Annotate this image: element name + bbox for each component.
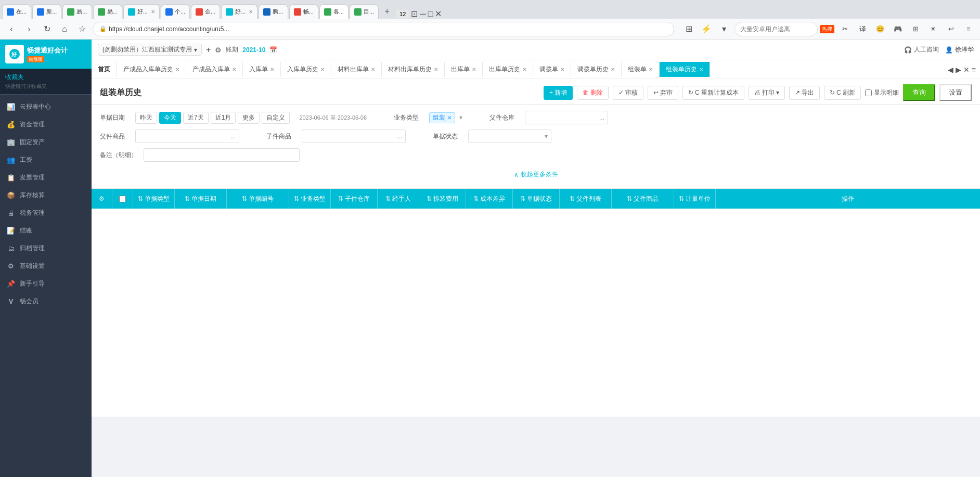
th-biz-type[interactable]: ⇅ 业务类型 (289, 189, 331, 209)
bookmark-button[interactable]: ☆ (75, 22, 89, 36)
calendar-icon[interactable]: 📅 (269, 46, 277, 54)
browser-tab-5[interactable]: 好... ✕ (123, 4, 160, 19)
tab-close-kit[interactable]: ✕ (649, 67, 653, 72)
restore-window-btn[interactable]: ⊡ (411, 9, 418, 19)
grid-icon[interactable]: ⊞ (908, 22, 923, 36)
date-preset-more[interactable]: 更多 (238, 112, 260, 124)
tab-close-material-out[interactable]: ✕ (371, 67, 375, 72)
user-name[interactable]: 👤 徐泽华 (945, 45, 974, 54)
biz-type-tag-close[interactable]: ✕ (447, 115, 452, 121)
order-status-field[interactable]: ▾ (468, 130, 551, 143)
delete-button[interactable]: 🗑 删除 (577, 86, 609, 100)
display-detail-checkbox[interactable] (865, 89, 872, 96)
th-status[interactable]: ⇅ 单据状态 (513, 189, 560, 209)
tabs-right-btn[interactable]: ▶ (956, 66, 961, 74)
sidebar-item-cloud-report[interactable]: 📊 云报表中心 (0, 98, 92, 115)
th-cost[interactable]: ⇅ 拆装费用 (419, 189, 466, 209)
emoji-icon[interactable]: 😊 (873, 22, 887, 36)
browser-tab-4[interactable]: 易... (93, 4, 122, 19)
close-btn[interactable]: ✕ (435, 9, 442, 19)
browser-tab-1[interactable]: 在... (2, 4, 31, 19)
tab-close-kit-history[interactable]: ✕ (699, 67, 703, 72)
tab-close-assemble-history[interactable]: ✕ (611, 67, 615, 72)
qr-button[interactable]: ⊞ (681, 22, 696, 36)
browser-tab-3[interactable]: 易... (62, 4, 92, 19)
child-goods-field[interactable]: ... (302, 130, 406, 143)
collapse-btn[interactable]: ∧ 收起更多条件 (100, 167, 972, 182)
page-tab-out-order[interactable]: 出库单 ✕ (445, 62, 483, 77)
dropdown-button[interactable]: ▾ (717, 22, 731, 36)
biz-type-dropdown[interactable]: ▾ (459, 114, 462, 121)
sidebar-item-tax-mgmt[interactable]: 🖨 税务管理 (0, 204, 92, 222)
new-tab-button[interactable]: + (380, 4, 394, 19)
user-service[interactable]: 🎧 人工咨询 (904, 45, 939, 54)
th-unit[interactable]: ⇅ 计量单位 (674, 189, 716, 209)
translate-icon[interactable]: 译 (855, 22, 870, 36)
th-gear[interactable]: ⚙ (92, 189, 112, 209)
add-button[interactable]: + 新增 (544, 86, 573, 100)
browser-tab-2[interactable]: 新... (32, 4, 61, 19)
undo-icon[interactable]: ↩ (944, 22, 958, 36)
sidebar-item-settlement[interactable]: 📝 结账 (0, 222, 92, 239)
abandon-button[interactable]: ↩ 弃审 (648, 86, 678, 100)
date-preset-yesterday[interactable]: 昨天 (135, 112, 157, 124)
tab-close-in-history[interactable]: ✕ (320, 67, 325, 72)
sidebar-item-invoice-mgmt[interactable]: 📋 发票管理 (0, 169, 92, 186)
page-tab-in-order[interactable]: 入库单 ✕ (243, 62, 281, 77)
th-check[interactable] (112, 189, 133, 209)
tabs-menu-btn[interactable]: ≡ (972, 66, 976, 74)
query-button[interactable]: 查询 (903, 84, 935, 101)
th-date[interactable]: ⇅ 单据日期 (175, 189, 227, 209)
tabs-left-btn[interactable]: ◀ (948, 66, 953, 74)
sidebar-item-basic-settings[interactable]: ⚙ 基础设置 (0, 257, 92, 275)
browser-tab-11[interactable]: 各... (319, 4, 349, 19)
th-diff[interactable]: ⇅ 成本差异 (466, 189, 513, 209)
scissors-icon[interactable]: ✂ (837, 22, 852, 36)
tab-close-out-order[interactable]: ✕ (472, 67, 476, 72)
page-tab-kit-history[interactable]: 组装单历史 ✕ (660, 62, 710, 77)
sidebar-item-new-guide[interactable]: 📌 新手引导 (0, 275, 92, 292)
print-button[interactable]: 🖨 打印 ▾ (749, 86, 785, 100)
parent-warehouse-dots[interactable]: ... (599, 114, 604, 121)
home-button[interactable]: ⌂ (57, 22, 72, 36)
review-button[interactable]: ✓ 审核 (613, 86, 643, 100)
browser-tab-8[interactable]: 好... ✕ (221, 4, 257, 19)
maximize-btn[interactable]: □ (428, 9, 433, 19)
browser-tab-9[interactable]: 腾... (259, 4, 288, 19)
th-warehouse[interactable]: ⇅ 子件仓库 (331, 189, 378, 209)
browser-tab-10[interactable]: 畅... (289, 4, 318, 19)
tab-close-5[interactable]: ✕ (151, 9, 155, 15)
child-goods-dots[interactable]: ... (397, 133, 402, 140)
th-handler[interactable]: ⇅ 经手人 (378, 189, 419, 209)
tab-close-out-history[interactable]: ✕ (522, 67, 526, 72)
browser-search-input[interactable] (734, 22, 818, 36)
refresh-button[interactable]: ↻ (40, 22, 54, 36)
th-number[interactable]: ⇅ 单据编号 (227, 189, 289, 209)
forward-button[interactable]: › (22, 22, 36, 36)
page-tab-material-out[interactable]: 材料出库单 ✕ (331, 62, 382, 77)
tab-close-8[interactable]: ✕ (249, 9, 253, 15)
date-preset-1month[interactable]: 近1月 (211, 112, 236, 124)
page-tab-out-history[interactable]: 出库单历史 ✕ (483, 62, 533, 77)
settings-btn[interactable]: ⚙ (215, 46, 222, 54)
remark-input[interactable] (144, 148, 300, 162)
parent-goods-field[interactable]: ... (135, 130, 239, 143)
tab-close-in-order[interactable]: ✕ (270, 67, 274, 72)
tab-close-produce-in-history[interactable]: ✕ (175, 67, 179, 72)
minimize-btn[interactable]: ─ (420, 9, 425, 19)
page-tab-home[interactable]: 首页 (92, 62, 117, 77)
settings-button-page[interactable]: 设置 (939, 84, 972, 101)
page-tab-assemble[interactable]: 调拨单 ✕ (533, 62, 571, 77)
back-button[interactable]: ‹ (4, 22, 19, 36)
sidebar-item-fund-mgmt[interactable]: 💰 资金管理 (0, 115, 92, 133)
order-status-dropdown[interactable]: ▾ (545, 133, 548, 140)
page-tab-in-history[interactable]: 入库单历史 ✕ (281, 62, 331, 77)
company-selector[interactable]: (勿删勿禁用）江西服宝测试专用 ▾ (98, 44, 202, 56)
parent-warehouse-field[interactable]: ... (525, 111, 608, 124)
browser-tab-12[interactable]: 目... (350, 4, 379, 19)
refresh-button-page[interactable]: ↻ C 刷新 (824, 86, 861, 100)
th-parent-goods[interactable]: ⇅ 父件商品 (612, 189, 674, 209)
sidebar-item-membership[interactable]: V 畅会员 (0, 292, 92, 310)
sidebar-favorites[interactable]: 收藏夹 快捷键打开收藏夹 (0, 69, 92, 95)
add-company-btn[interactable]: + (206, 45, 211, 55)
